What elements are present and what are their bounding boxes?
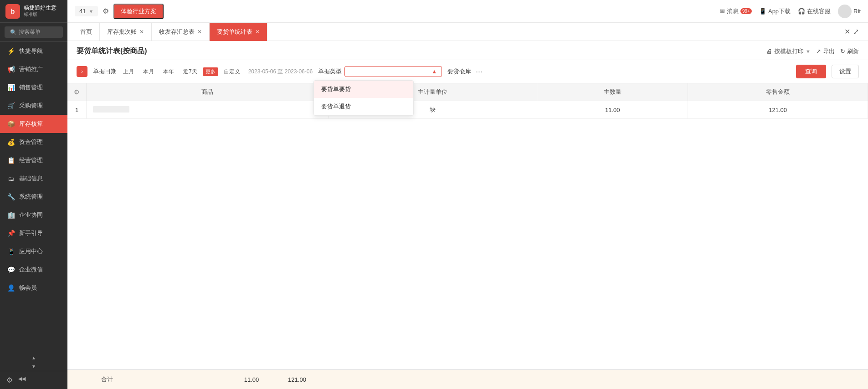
tab-requisition-stats-close[interactable]: ✕: [255, 29, 260, 35]
sidebar-item-marketing[interactable]: 📢 营销推广: [0, 60, 67, 78]
sidebar-bottom-icons: ⚙ ◀◀: [6, 376, 26, 384]
row-product-cell: [87, 101, 329, 119]
sidebar-item-sales[interactable]: 📊 销售管理: [0, 78, 67, 97]
app-version: 标准版: [24, 11, 56, 18]
sidebar-item-basic[interactable]: 🗂 基础信息: [0, 169, 67, 188]
warehouse-filter-more-icon[interactable]: ···: [476, 67, 483, 77]
sidebar-item-purchase[interactable]: 🛒 采购管理: [0, 97, 67, 115]
date-btn-more[interactable]: 更多: [203, 67, 218, 76]
guide-icon: 📌: [6, 229, 15, 238]
tab-inventory-batch[interactable]: 库存批次账 ✕: [100, 23, 152, 41]
sidebar: b 畅捷通好生意 标准版 🔍 搜索菜单 ⚡ 快捷导航 📢 营销推广 📊 销售管理…: [0, 0, 67, 389]
collapse-icon[interactable]: ◀◀: [18, 376, 26, 384]
date-shortcuts: 上月 本月 本年 近7天 更多 自定义: [119, 67, 244, 77]
shortcuts-icon: ⚡: [6, 46, 15, 56]
app-download-icon: 📱: [759, 8, 766, 15]
tab-shipment-summary[interactable]: 收发存汇总表 ✕: [152, 23, 210, 41]
tab-inventory-batch-close[interactable]: ✕: [139, 29, 144, 35]
topbar: 41 ▼ ⚙ 体验行业方案 ✉ 消息 99+ 📱 App下载 🎧 在线客服 R: [67, 0, 868, 23]
row-retail-amount-cell: 121.00: [688, 101, 868, 119]
sidebar-item-wechat[interactable]: 💬 企业微信: [0, 261, 67, 279]
settings-button[interactable]: 设置: [832, 65, 859, 78]
row-quantity-cell: 11.00: [537, 101, 688, 119]
tab-home-label: 首页: [80, 28, 92, 36]
sidebar-search-area[interactable]: 🔍 搜索菜单: [0, 23, 67, 42]
filter-expand-button[interactable]: ›: [77, 66, 87, 77]
tabs-close-icon[interactable]: ✕: [844, 27, 850, 36]
refresh-button[interactable]: ↻ 刷新: [840, 47, 859, 56]
sidebar-bottom: ⚙ ◀◀: [0, 371, 67, 389]
message-label: 消息: [727, 7, 739, 15]
dropdown-item-requisition-order[interactable]: 要货单要货: [314, 81, 413, 98]
user-item[interactable]: Rit: [838, 5, 861, 18]
trial-button[interactable]: 体验行业方案: [113, 4, 164, 19]
topbar-left: 41 ▼ ⚙ 体验行业方案: [75, 4, 164, 19]
topbar-gear-icon[interactable]: ⚙: [103, 7, 109, 15]
sidebar-nav: ⚡ 快捷导航 📢 营销推广 📊 销售管理 🛒 采购管理 📦 库存核算 💰 资金管…: [0, 42, 67, 353]
basic-icon: 🗂: [6, 174, 15, 183]
tab-requisition-stats[interactable]: 要货单统计表 ✕: [210, 23, 267, 41]
page-title: 要货单统计表(按商品): [77, 46, 147, 56]
app-download-label: App下载: [768, 7, 791, 15]
date-btn-recent7[interactable]: 近7天: [180, 67, 201, 77]
page-header: 要货单统计表(按商品) 🖨 按模板打印 ▼ ↗ 导出 ↻ 刷新: [67, 41, 868, 60]
col-settings-header[interactable]: ⚙: [67, 83, 87, 101]
finance-icon: 💰: [6, 138, 15, 147]
dropdown-item-requisition-return[interactable]: 要货单退货: [314, 98, 413, 115]
sidebar-item-operations-label: 经营管理: [19, 156, 43, 164]
sidebar-item-marketing-label: 营销推广: [19, 65, 43, 73]
date-btn-last-month[interactable]: 上月: [119, 67, 138, 77]
enterprise-icon: 🏢: [6, 210, 15, 220]
date-btn-this-month[interactable]: 本月: [139, 67, 158, 77]
topbar-right: ✉ 消息 99+ 📱 App下载 🎧 在线客服 Rit: [720, 5, 861, 18]
tab-shipment-summary-close[interactable]: ✕: [197, 29, 202, 35]
export-button[interactable]: ↗ 导出: [816, 47, 835, 56]
sidebar-item-shortcuts[interactable]: ⚡ 快捷导航: [0, 42, 67, 60]
page-header-actions: 🖨 按模板打印 ▼ ↗ 导出 ↻ 刷新: [766, 47, 859, 56]
message-item[interactable]: ✉ 消息 99+: [720, 7, 752, 15]
print-dropdown-icon[interactable]: ▼: [806, 49, 811, 54]
sidebar-item-enterprise[interactable]: 🏢 企业协同: [0, 206, 67, 224]
print-button[interactable]: 🖨 按模板打印 ▼: [766, 47, 811, 56]
sidebar-item-member[interactable]: 👤 畅会员: [0, 279, 67, 297]
type-filter-group: 单据类型 ▲: [318, 66, 442, 77]
tabs-expand-icon[interactable]: ⤢: [853, 27, 859, 36]
sidebar-search-button[interactable]: 🔍 搜索菜单: [5, 26, 63, 38]
member-icon: 👤: [6, 283, 15, 292]
sidebar-item-member-label: 畅会员: [19, 284, 37, 292]
app-name: 畅捷通好生意: [24, 5, 56, 12]
sidebar-item-inventory[interactable]: 📦 库存核算: [0, 115, 67, 133]
tabs-bar: 首页 库存批次账 ✕ 收发存汇总表 ✕ 要货单统计表 ✕ ✕ ⤢: [67, 23, 868, 41]
date-range-text: 2023-05-06 至 2023-06-06: [248, 68, 313, 76]
sidebar-item-finance[interactable]: 💰 资金管理: [0, 133, 67, 151]
sidebar-item-guide-label: 新手引导: [19, 229, 43, 237]
store-selector[interactable]: 41 ▼: [75, 6, 98, 16]
sidebar-item-operations[interactable]: 📋 经营管理: [0, 151, 67, 169]
online-service-label: 在线客服: [807, 7, 831, 15]
sidebar-item-wechat-label: 企业微信: [19, 266, 43, 274]
query-button[interactable]: 查询: [796, 65, 826, 78]
type-select-arrow-icon: ▲: [431, 68, 437, 75]
table-settings-icon[interactable]: ⚙: [74, 88, 80, 96]
sidebar-item-system[interactable]: 🔧 系统管理: [0, 188, 67, 206]
app-download-item[interactable]: 📱 App下载: [759, 7, 791, 15]
footer-label: 合计: [74, 375, 229, 384]
tab-home[interactable]: 首页: [73, 23, 100, 41]
type-filter-select[interactable]: ▲: [344, 66, 442, 77]
type-dropdown: 要货单要货 要货单退货: [313, 80, 414, 116]
refresh-icon: ↻: [840, 48, 845, 55]
date-btn-this-year[interactable]: 本年: [159, 67, 178, 77]
page-content: 要货单统计表(按商品) 🖨 按模板打印 ▼ ↗ 导出 ↻ 刷新 ›: [67, 41, 868, 389]
date-btn-custom[interactable]: 自定义: [220, 67, 244, 77]
date-filter-label: 单据日期: [93, 67, 117, 76]
sidebar-scroll-down[interactable]: ▼: [0, 362, 67, 371]
sidebar-scroll-up[interactable]: ▲: [0, 353, 67, 362]
settings-bottom-icon[interactable]: ⚙: [6, 376, 13, 384]
sidebar-item-appstore[interactable]: 📱 应用中心: [0, 242, 67, 261]
sidebar-item-guide[interactable]: 📌 新手引导: [0, 224, 67, 242]
avatar: [838, 5, 852, 18]
warehouse-filter-group: 要货仓库 ···: [447, 67, 483, 77]
sidebar-item-appstore-label: 应用中心: [19, 247, 43, 256]
search-icon: 🔍: [10, 29, 17, 36]
online-service-item[interactable]: 🎧 在线客服: [798, 7, 831, 15]
